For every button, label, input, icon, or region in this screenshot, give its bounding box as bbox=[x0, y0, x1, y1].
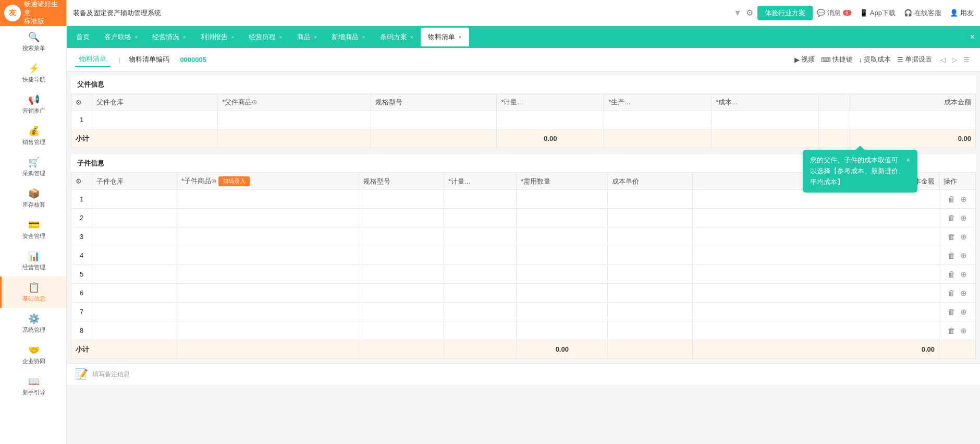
delete-btn-2[interactable]: 🗑 bbox=[946, 213, 957, 222]
delete-btn-7[interactable]: 🗑 bbox=[946, 307, 957, 316]
tab-operations-status[interactable]: 经营情况 × bbox=[145, 28, 193, 46]
tab-new-product-close[interactable]: × bbox=[362, 34, 365, 40]
tab-products-close[interactable]: × bbox=[314, 34, 317, 40]
gear-icon[interactable]: ⚙ bbox=[746, 8, 753, 18]
child-spec-4[interactable] bbox=[359, 246, 444, 265]
child-unit-4[interactable] bbox=[444, 246, 517, 265]
child-product-2[interactable] bbox=[177, 209, 359, 227]
tab-close-all[interactable]: × bbox=[967, 32, 978, 42]
child-spec-3[interactable] bbox=[359, 227, 444, 246]
child-unit-6[interactable] bbox=[444, 284, 517, 303]
child-unit-3[interactable] bbox=[444, 227, 517, 246]
sidebar-item-finance[interactable]: 💳 资金管理 bbox=[0, 214, 66, 245]
parent-production-cell[interactable] bbox=[604, 111, 712, 129]
child-product-3[interactable] bbox=[177, 227, 359, 246]
child-qty-5[interactable] bbox=[517, 265, 608, 284]
sidebar-item-basic-info[interactable]: 📋 基础信息 bbox=[0, 277, 66, 308]
child-warehouse-5[interactable] bbox=[92, 265, 177, 284]
child-warehouse-3[interactable] bbox=[92, 227, 177, 246]
child-unit-7[interactable] bbox=[444, 303, 517, 321]
tab-barcode-close[interactable]: × bbox=[410, 34, 413, 40]
next-page-btn[interactable]: ▷ bbox=[950, 55, 959, 65]
tab-history-close[interactable]: × bbox=[279, 34, 282, 40]
sidebar-item-operations[interactable]: 📊 经营管理 bbox=[0, 245, 66, 277]
child-warehouse-4[interactable] bbox=[92, 246, 177, 265]
child-qty-3[interactable] bbox=[517, 227, 608, 246]
copy-btn-5[interactable]: ⊕ bbox=[959, 270, 969, 279]
tab-new-product[interactable]: 新增商品 × bbox=[324, 28, 372, 46]
menu-btn[interactable]: ☰ bbox=[961, 55, 972, 65]
user-menu[interactable]: 👤 用友 bbox=[950, 8, 974, 18]
child-unit-cost-8[interactable] bbox=[608, 321, 693, 340]
video-button[interactable]: ▶ 视频 bbox=[794, 55, 815, 64]
child-spec-6[interactable] bbox=[359, 284, 444, 303]
child-unit-cost-6[interactable] bbox=[608, 284, 693, 303]
child-warehouse-7[interactable] bbox=[92, 303, 177, 321]
child-product-5[interactable] bbox=[177, 265, 359, 284]
tab-customer-close[interactable]: × bbox=[134, 34, 138, 40]
copy-btn-4[interactable]: ⊕ bbox=[959, 251, 969, 260]
child-spec-2[interactable] bbox=[359, 209, 444, 227]
child-unit-cost-1[interactable] bbox=[608, 190, 693, 209]
note-placeholder[interactable]: 填写备注信息 bbox=[92, 370, 130, 379]
child-unit-5[interactable] bbox=[444, 265, 517, 284]
copy-btn-1[interactable]: ⊕ bbox=[959, 195, 969, 204]
tab-history[interactable]: 经营历程 × bbox=[241, 28, 289, 46]
child-product-8[interactable] bbox=[177, 321, 359, 340]
child-qty-2[interactable] bbox=[517, 209, 608, 227]
tab-customer[interactable]: 客户联络 × bbox=[97, 28, 145, 46]
delete-btn-1[interactable]: 🗑 bbox=[946, 195, 957, 203]
child-qty-6[interactable] bbox=[517, 284, 608, 303]
tab-profit-report-close[interactable]: × bbox=[231, 34, 234, 40]
copy-btn-6[interactable]: ⊕ bbox=[959, 289, 969, 298]
shortcut-button[interactable]: ⌨ 快捷键 bbox=[821, 55, 853, 64]
trial-button[interactable]: 体验行业方案 bbox=[757, 6, 813, 20]
copy-btn-8[interactable]: ⊕ bbox=[959, 326, 969, 335]
extract-cost-button[interactable]: ↓ 提取成本 bbox=[859, 55, 891, 64]
prev-page-btn[interactable]: ◁ bbox=[938, 55, 948, 65]
parent-product-cell[interactable] bbox=[218, 111, 371, 129]
child-th-settings[interactable]: ⚙ bbox=[71, 173, 92, 190]
sidebar-item-system[interactable]: ⚙️ 系统管理 bbox=[0, 308, 66, 339]
delete-btn-4[interactable]: 🗑 bbox=[946, 251, 957, 260]
tab-profit-report[interactable]: 利润报告 × bbox=[193, 28, 241, 46]
sidebar-item-guide[interactable]: 📖 新手引导 bbox=[0, 370, 66, 402]
child-spec-5[interactable] bbox=[359, 265, 444, 284]
delete-btn-6[interactable]: 🗑 bbox=[946, 289, 957, 297]
child-product-7[interactable] bbox=[177, 303, 359, 321]
child-unit-2[interactable] bbox=[444, 209, 517, 227]
single-settings-button[interactable]: ☰ 单据设置 bbox=[897, 55, 932, 64]
child-qty-1[interactable] bbox=[517, 190, 608, 209]
messages-button[interactable]: 💬 消息 6 bbox=[817, 8, 851, 18]
th-settings[interactable]: ⚙ bbox=[71, 94, 92, 111]
child-qty-7[interactable] bbox=[517, 303, 608, 321]
sidebar-item-quicknav[interactable]: ⚡ 快捷导航 bbox=[0, 57, 66, 89]
child-spec-1[interactable] bbox=[359, 190, 444, 209]
app-download-button[interactable]: 📱 App下载 bbox=[860, 8, 896, 18]
child-spec-8[interactable] bbox=[359, 321, 444, 340]
tab-home[interactable]: 首页 bbox=[69, 28, 97, 46]
child-qty-8[interactable] bbox=[517, 321, 608, 340]
child-product-4[interactable] bbox=[177, 246, 359, 265]
child-warehouse-6[interactable] bbox=[92, 284, 177, 303]
tooltip-close-btn[interactable]: × bbox=[906, 155, 910, 166]
child-unit-cost-7[interactable] bbox=[608, 303, 693, 321]
tab-bom-close[interactable]: × bbox=[458, 34, 461, 40]
sidebar-item-collaboration[interactable]: 🤝 企业协同 bbox=[0, 339, 66, 370]
child-spec-7[interactable] bbox=[359, 303, 444, 321]
parent-spec-cell[interactable] bbox=[371, 111, 497, 129]
sidebar-item-sales[interactable]: 💰 销售管理 bbox=[0, 120, 66, 151]
dropdown-arrow-icon[interactable]: ▼ bbox=[733, 8, 742, 18]
parent-unit-cell[interactable] bbox=[497, 111, 604, 129]
child-warehouse-8[interactable] bbox=[92, 321, 177, 340]
delete-btn-5[interactable]: 🗑 bbox=[946, 270, 957, 279]
child-product-1[interactable] bbox=[177, 190, 359, 209]
tab-operations-status-close[interactable]: × bbox=[182, 34, 186, 40]
child-unit-cost-2[interactable] bbox=[608, 209, 693, 227]
child-unit-cost-3[interactable] bbox=[608, 227, 693, 246]
child-unit-cost-5[interactable] bbox=[608, 265, 693, 284]
page-tab-bom[interactable]: 物料清单 bbox=[75, 52, 111, 67]
child-unit-cost-4[interactable] bbox=[608, 246, 693, 265]
child-warehouse-1[interactable] bbox=[92, 190, 177, 209]
scan-button[interactable]: 扫码录入 bbox=[218, 176, 250, 186]
